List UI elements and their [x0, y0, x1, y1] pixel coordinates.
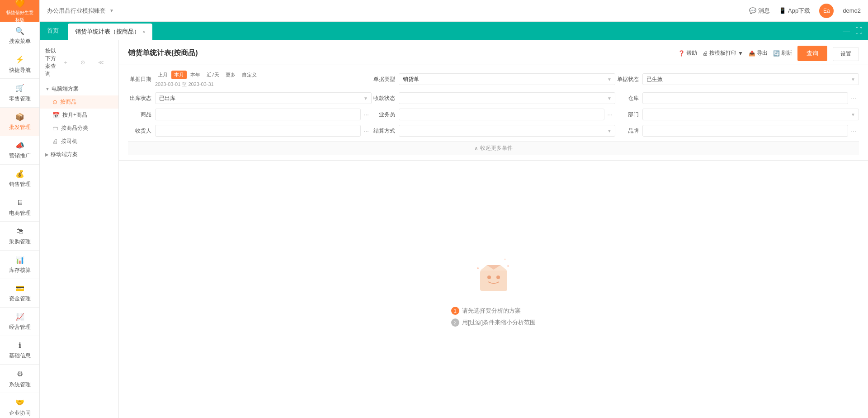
- outstatus-select-wrap: 已出库 ▼: [155, 92, 372, 104]
- export-btn[interactable]: 📤 导出: [749, 49, 768, 57]
- sidebar-item-finance[interactable]: 💳 资金管理: [0, 279, 39, 308]
- refresh-label: 刷新: [781, 49, 792, 57]
- tree-item-by-product[interactable]: ⊙ 按商品: [40, 95, 118, 109]
- filter-docstatus-field: 单据状态 已生效 ▼: [615, 73, 859, 85]
- tree-item-by-category[interactable]: 🗃 按商品分类: [40, 122, 118, 135]
- sidebar-item-inventory[interactable]: 📊 库存核算: [0, 251, 39, 279]
- sidebar-item-ecom-label: 电商管理: [9, 209, 31, 217]
- tree-group-mobile-header[interactable]: ▶ 移动端方案: [40, 148, 118, 161]
- title-actions: ❓ 帮助 🖨 按模板打印 ▼ 📤 导出 🔄 刷新: [678, 45, 859, 61]
- sidebar-item-retail[interactable]: 🛒 零售管理: [0, 79, 39, 107]
- sidebar-item-marketing[interactable]: 📣 营销推广: [0, 136, 39, 165]
- docstatus-label: 单据状态: [615, 76, 642, 83]
- filter-salesperson-field: 业务员 ···: [372, 109, 615, 120]
- sidebar-item-ecom[interactable]: 🖥 电商管理: [0, 193, 39, 222]
- warehouse-label: 仓库: [615, 95, 642, 102]
- tree-item-by-month-product[interactable]: 📅 按月+商品: [40, 109, 118, 122]
- payment-select-wrap: ▼: [399, 125, 615, 137]
- tab-close-icon[interactable]: ×: [142, 29, 145, 34]
- help-label: 帮助: [686, 49, 697, 57]
- sidebar-item-operation[interactable]: 📈 经营管理: [0, 308, 39, 336]
- tip-text-2: 用[过滤]条件来缩小分析范围: [462, 318, 536, 327]
- department-select[interactable]: [642, 109, 859, 120]
- export-icon: 📤: [749, 50, 755, 57]
- empty-tip-2: 2 用[过滤]条件来缩小分析范围: [451, 318, 536, 327]
- filter-department-field: 部门 ▼: [615, 109, 859, 120]
- filter-settings-icon[interactable]: ⊙: [80, 59, 95, 66]
- date-tab-7days[interactable]: 近7天: [204, 71, 222, 79]
- sidebar-item-wholesale[interactable]: 📦 批发管理: [0, 108, 39, 136]
- basic-icon: ℹ: [19, 341, 21, 351]
- sales-icon: 💰: [15, 169, 24, 179]
- docstatus-select[interactable]: 已生效: [642, 73, 859, 85]
- quick-icon: ⚡: [15, 55, 24, 65]
- filter-brand-field: 品牌 ···: [615, 125, 859, 137]
- date-tab-thisyear[interactable]: 本年: [188, 71, 203, 79]
- empty-tips: 1 请先选择要分析的方案 2 用[过滤]条件来缩小分析范围: [451, 307, 536, 327]
- print-btn[interactable]: 🖨 按模板打印 ▼: [703, 49, 743, 57]
- date-tab-lastmonth[interactable]: 上月: [155, 71, 170, 79]
- salesperson-input[interactable]: [399, 109, 604, 120]
- filter-panel-header: 按以下方案查询 ＋ ⊙ ≪: [40, 44, 118, 81]
- sidebar-item-sales-label: 销售管理: [9, 180, 31, 188]
- receiptstatus-select-wrap: ▼: [399, 92, 615, 104]
- filter-area: 单据日期 上月 本月 本年 近7天 更多 自定义 2023-03-01 至 20…: [119, 65, 868, 161]
- query-button[interactable]: 查询: [797, 46, 827, 61]
- filter-warehouse-field: 仓库 ···: [615, 92, 859, 104]
- category-icon: 🗃: [52, 125, 58, 132]
- receiver-input[interactable]: [155, 125, 361, 137]
- filter-add-icon[interactable]: ＋: [63, 59, 78, 66]
- pc-group-label: 电脑端方案: [52, 85, 79, 93]
- product-dots-btn[interactable]: ···: [361, 111, 372, 118]
- sidebar-item-basic[interactable]: ℹ 基础信息: [0, 336, 39, 365]
- tab-active[interactable]: 销货单统计表（按商品） ×: [68, 24, 152, 40]
- outstatus-select[interactable]: 已出库: [155, 92, 372, 104]
- sidebar-item-search[interactable]: 🔍 搜索菜单: [0, 22, 39, 50]
- brand-dots-btn[interactable]: ···: [848, 127, 859, 134]
- app-download-btn[interactable]: 📱 App下载: [779, 7, 810, 15]
- app-logo[interactable]: 🧡 畅捷信好生意 标版: [0, 0, 39, 22]
- settings-button[interactable]: 设置: [833, 47, 859, 61]
- receiver-dots-btn[interactable]: ···: [361, 127, 372, 134]
- sidebar-item-sales[interactable]: 💰 销售管理: [0, 165, 39, 193]
- collapse-row[interactable]: ∧ 收起更多条件: [128, 141, 859, 155]
- tab-home[interactable]: 首页: [40, 22, 66, 40]
- logo-icon: 🧡: [15, 0, 25, 9]
- tab-maximize-btn[interactable]: ⛶: [854, 25, 864, 37]
- tab-minimize-btn[interactable]: —: [841, 25, 852, 37]
- svg-point-1: [487, 276, 491, 279]
- tree-group-pc-header[interactable]: ▼ 电脑端方案: [40, 82, 118, 95]
- filter-panel-title: 按以下方案查询: [45, 47, 60, 78]
- refresh-btn[interactable]: 🔄 刷新: [773, 49, 792, 57]
- warehouse-dots-btn[interactable]: ···: [848, 95, 859, 102]
- message-icon: 💬: [749, 7, 756, 14]
- help-btn[interactable]: ❓ 帮助: [678, 49, 697, 57]
- tree-group-mobile: ▶ 移动端方案: [40, 148, 118, 161]
- nav-dropdown-arrow[interactable]: ▼: [109, 8, 114, 13]
- warehouse-input[interactable]: [642, 92, 848, 104]
- brand-input[interactable]: [642, 125, 848, 137]
- tab-bar: 首页 销货单统计表（按商品） × — ⛶: [40, 22, 868, 40]
- salesperson-dots-btn[interactable]: ···: [604, 111, 615, 118]
- user-avatar[interactable]: Ea: [819, 4, 834, 18]
- date-range: 2023-03-01 至 2023-03-31: [155, 81, 372, 88]
- sidebar-item-enterprise[interactable]: 🤝 企业协同: [0, 393, 39, 418]
- sidebar-item-system[interactable]: ⚙ 系统管理: [0, 365, 39, 393]
- sidebar-item-purchase[interactable]: 🛍 采购管理: [0, 222, 39, 250]
- wholesale-icon: 📦: [15, 112, 24, 122]
- payment-select[interactable]: [399, 125, 615, 137]
- sidebar-item-retail-label: 零售管理: [9, 95, 31, 103]
- receiptstatus-select[interactable]: [399, 92, 615, 104]
- download-icon: 📱: [779, 7, 786, 14]
- top-header: 办公用品行业模拟账套 ▼ 💬 消息 📱 App下载 Ea demo2: [40, 0, 868, 22]
- filter-collapse-icon[interactable]: ≪: [98, 59, 113, 66]
- tree-item-by-printer[interactable]: 🖨 按司机: [40, 135, 118, 148]
- date-tab-more[interactable]: 更多: [223, 71, 238, 79]
- sidebar-item-quick[interactable]: ⚡ 快捷导航: [0, 50, 39, 79]
- message-btn[interactable]: 💬 消息: [749, 7, 770, 15]
- date-tab-thismonth[interactable]: 本月: [171, 71, 187, 79]
- product-input[interactable]: [155, 109, 361, 120]
- print-arrow[interactable]: ▼: [738, 50, 743, 57]
- date-tab-custom[interactable]: 自定义: [239, 71, 259, 79]
- doctype-select[interactable]: 销货单: [399, 73, 615, 85]
